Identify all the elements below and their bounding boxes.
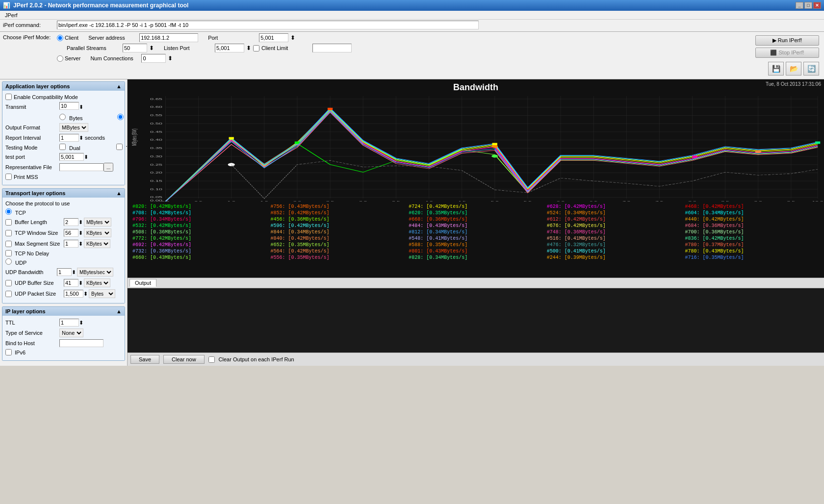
max-seg-check[interactable]	[5, 241, 12, 247]
rep-file-browse[interactable]: ...	[103, 163, 113, 172]
legend-item: #524: [0.34MBytes/s]	[545, 210, 683, 216]
tcp-window-spin[interactable]: ⬍	[78, 230, 83, 236]
dual-check[interactable]	[59, 144, 66, 150]
clear-now-button[interactable]: Clear now	[163, 355, 205, 364]
tcp-window-unit-select[interactable]: KBytesMBytes	[84, 228, 111, 237]
collapse-app-icon[interactable]: ▲	[116, 83, 122, 89]
report-spin[interactable]: ⬍	[79, 135, 83, 141]
parallel-streams-input[interactable]	[123, 44, 147, 52]
save-output-button[interactable]: Save	[130, 355, 159, 364]
iperf-command-input[interactable]	[57, 21, 479, 29]
minimize-button[interactable]: _	[796, 2, 803, 9]
client-radio[interactable]	[57, 35, 63, 41]
buffer-length-check[interactable]	[5, 219, 12, 226]
legend-item: #468: [0.42MBytes/s]	[683, 203, 821, 210]
max-seg-spin[interactable]: ⬍	[78, 241, 83, 247]
stop-button[interactable]: ⬛ Stop IPerf!	[755, 48, 819, 58]
output-tab[interactable]: Output	[129, 279, 156, 287]
udp-buffer-spin[interactable]: ⬍	[78, 280, 83, 286]
output-format-select[interactable]: MBytes KBytes GBytes	[59, 123, 88, 132]
legend-item: #516: [0.41MBytes/s]	[545, 235, 683, 242]
titlebar-controls: _ □ ✕	[796, 2, 821, 9]
server-radio[interactable]	[57, 55, 63, 62]
udp-bw-unit[interactable]: MBytes/secKBytes/sec	[77, 268, 113, 277]
left-panel: Application layer options ▲ Enable Compa…	[0, 79, 128, 366]
svg-rect-73	[229, 137, 234, 140]
udp-buffer-unit[interactable]: KBytesBytes	[84, 278, 110, 287]
udp-packet-spin[interactable]: ⬍	[83, 291, 88, 297]
open-icon-button[interactable]: 📂	[786, 62, 801, 76]
port-input[interactable]	[259, 33, 288, 42]
tcp-window-check[interactable]	[5, 230, 12, 236]
parallel-spin[interactable]: ⬍	[149, 45, 154, 51]
rep-file-input[interactable]	[59, 163, 103, 171]
clear-on-run-check[interactable]	[208, 356, 215, 363]
collapse-ip-icon[interactable]: ▲	[116, 308, 122, 314]
collapse-transport-icon[interactable]: ▲	[116, 190, 122, 196]
menu-jperf[interactable]: JPerf	[2, 12, 21, 18]
refresh-icon-button[interactable]: 🔄	[803, 62, 819, 76]
no-delay-check[interactable]	[5, 250, 12, 256]
udp-packet-unit[interactable]: BytesKBytes	[89, 289, 115, 298]
ipv6-check[interactable]	[5, 349, 12, 355]
legend-item: #852: [0.42MBytes/s]	[269, 210, 407, 216]
port-spin[interactable]: ⬍	[290, 34, 295, 41]
transmit-input[interactable]	[59, 102, 79, 110]
udp-buffer-check[interactable]	[5, 280, 12, 286]
print-mss-check[interactable]	[5, 174, 12, 180]
transport-layer-header[interactable]: Transport layer options ▲	[2, 189, 125, 198]
udp-buffer-label: UDP Buffer Size	[15, 280, 64, 286]
num-connections-input[interactable]	[141, 54, 166, 63]
tos-select[interactable]: None	[59, 328, 83, 337]
buffer-spin[interactable]: ⬍	[78, 219, 83, 226]
ip-layer-content: TTL ⬍ Type of Service None Bind to Host …	[2, 316, 125, 360]
transmit-spin[interactable]: ⬍	[79, 104, 83, 110]
max-seg-input[interactable]	[64, 240, 78, 248]
legend-item: #548: [0.41MBytes/s]	[407, 235, 545, 242]
tcp-window-input[interactable]	[64, 229, 78, 237]
port-label: Port	[208, 35, 257, 41]
client-limit-input[interactable]	[312, 44, 352, 52]
maximize-button[interactable]: □	[804, 2, 812, 9]
bytes-radio[interactable]	[59, 114, 66, 120]
legend-item: #532: [0.42MBytes/s]	[130, 223, 269, 229]
client-limit-check[interactable]	[253, 45, 259, 51]
ttl-input[interactable]	[59, 319, 79, 327]
save-icon-button[interactable]: 💾	[768, 62, 784, 76]
udp-bw-spin[interactable]: ⬍	[72, 269, 76, 276]
listen-port-input[interactable]	[215, 44, 244, 52]
run-button[interactable]: ▶ Run IPerf!	[755, 35, 819, 46]
ip-layer-header[interactable]: IP layer options ▲	[2, 307, 125, 316]
test-port-spin[interactable]: ⬍	[84, 154, 88, 160]
test-port-input[interactable]	[59, 153, 84, 161]
legend-item: #456: [0.36MBytes/s]	[269, 216, 407, 223]
app-layer-header[interactable]: Application layer options ▲	[2, 82, 125, 91]
listen-spin[interactable]: ⬍	[246, 45, 251, 51]
menu-bar: JPerf	[0, 11, 824, 20]
compat-mode-check[interactable]	[5, 94, 12, 100]
bind-host-label: Bind to Host	[5, 340, 59, 346]
window-icon: 📊	[3, 2, 10, 9]
buffer-length-input[interactable]	[64, 218, 78, 226]
tcp-radio[interactable]	[5, 208, 12, 215]
server-address-input[interactable]	[139, 33, 198, 42]
legend-item: #716: [0.35MBytes/s]	[683, 254, 821, 261]
trade-check[interactable]	[116, 144, 123, 150]
num-conn-spin[interactable]: ⬍	[168, 55, 173, 62]
ttl-spin[interactable]: ⬍	[79, 320, 83, 326]
udp-buffer-input[interactable]	[64, 279, 78, 287]
close-button[interactable]: ✕	[813, 2, 821, 9]
bind-host-input[interactable]	[59, 339, 103, 347]
udp-bw-input[interactable]	[57, 268, 72, 276]
seconds-radio[interactable]	[117, 114, 124, 120]
tcp-window-label: TCP Window Size	[15, 230, 64, 236]
max-seg-unit-select[interactable]: KBytesBytes	[84, 239, 110, 248]
udp-radio[interactable]	[5, 258, 12, 265]
udp-packet-check[interactable]	[5, 291, 12, 297]
svg-text:0.30: 0.30	[150, 154, 163, 158]
report-interval-label: Report Interval	[5, 135, 59, 141]
report-interval-input[interactable]	[59, 134, 79, 142]
legend-item: #676: [0.42MBytes/s]	[545, 223, 683, 229]
udp-packet-input[interactable]	[64, 290, 83, 298]
buffer-unit-select[interactable]: MBytesKBytes	[84, 218, 111, 227]
